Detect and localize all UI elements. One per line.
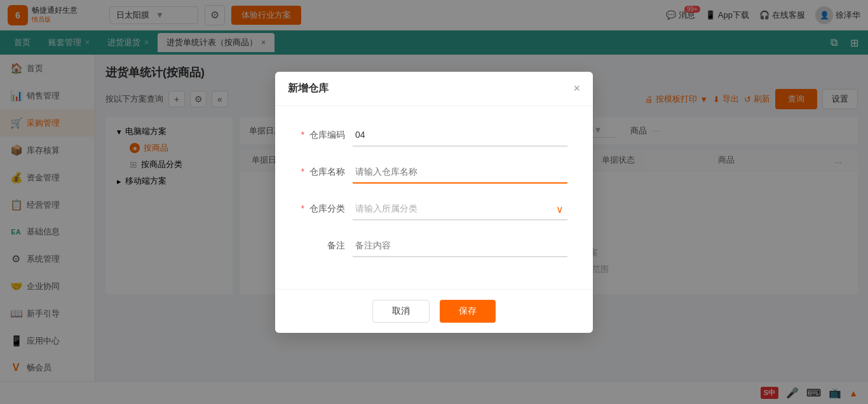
remark-label: 备注 xyxy=(301,240,345,252)
required-star: * xyxy=(301,130,304,140)
category-select-wrap: 请输入所属分类 ∨ xyxy=(353,198,567,220)
form-row-name: * 仓库名称 xyxy=(301,161,567,184)
form-row-category: * 仓库分类 请输入所属分类 ∨ xyxy=(301,198,567,220)
warehouse-category-select[interactable]: 请输入所属分类 xyxy=(353,198,567,220)
warehouse-code-input[interactable] xyxy=(353,124,567,147)
warehouse-name-input[interactable] xyxy=(353,161,567,184)
form-row-code: * 仓库编码 xyxy=(301,124,567,147)
dialog-body: * 仓库编码 * 仓库名称 * 仓库分类 xyxy=(275,106,593,289)
dialog-close-button[interactable]: × xyxy=(573,82,580,95)
save-button[interactable]: 保存 xyxy=(440,300,496,323)
modal-overlay: 新增仓库 × * 仓库编码 * 仓库名称 xyxy=(0,0,868,404)
required-star-name: * xyxy=(301,166,304,177)
category-label: * 仓库分类 xyxy=(301,203,345,215)
add-warehouse-dialog: 新增仓库 × * 仓库编码 * 仓库名称 xyxy=(275,72,593,333)
warehouse-remark-input[interactable] xyxy=(353,234,567,257)
required-star-category: * xyxy=(301,203,304,213)
dialog-header: 新增仓库 × xyxy=(275,72,593,106)
name-label: * 仓库名称 xyxy=(301,166,345,178)
code-label: * 仓库编码 xyxy=(301,130,345,141)
form-row-remark: 备注 xyxy=(301,234,567,257)
cancel-button[interactable]: 取消 xyxy=(372,300,430,323)
dialog-title: 新增仓库 xyxy=(288,82,329,95)
dialog-footer: 取消 保存 xyxy=(275,289,593,333)
